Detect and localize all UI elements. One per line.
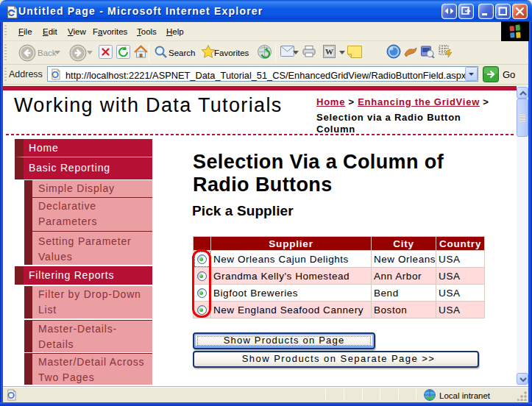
- svg-text:W: W: [325, 47, 333, 56]
- svg-text:Go: Go: [503, 69, 515, 80]
